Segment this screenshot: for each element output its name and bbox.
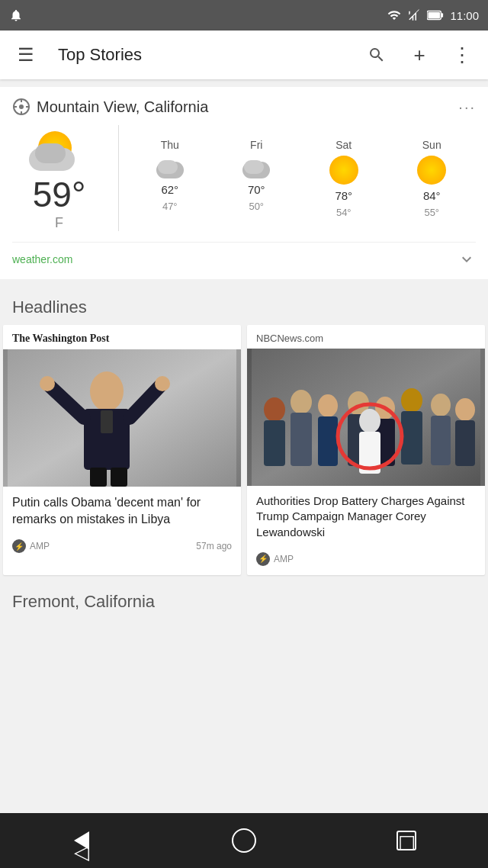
time-display: 11:00 (450, 9, 479, 22)
forecast-thu: Thu 62° 47° (156, 139, 184, 218)
thu-icon (156, 156, 184, 178)
news-image-0 (3, 349, 241, 487)
svg-rect-31 (401, 411, 422, 465)
battery-icon (427, 10, 444, 21)
amp-badge-1: ⚡ AMP (256, 552, 294, 566)
news-time-0: 57m ago (196, 541, 232, 551)
temp-unit: F (55, 215, 63, 231)
svg-rect-2 (429, 12, 441, 18)
news-source-1: NBCNews.com (247, 325, 485, 349)
weather-current: 59° F (12, 125, 119, 231)
svg-rect-33 (431, 416, 451, 465)
svg-rect-17 (90, 468, 107, 487)
weather-body: 59° F Thu 62° 47° Fri (12, 125, 476, 231)
svg-rect-25 (318, 416, 338, 466)
svg-point-34 (455, 398, 475, 421)
news-footer-1: ⚡ AMP (247, 546, 485, 575)
home-button[interactable]: ○ (221, 818, 267, 863)
forecast-fri: Fri 70° 50° (242, 139, 270, 218)
svg-point-36 (359, 409, 380, 433)
headlines-grid: The Washington Post (0, 325, 488, 581)
bottom-nav: ◁ ○ ☐ (0, 813, 488, 868)
nbc-illustration (247, 349, 485, 486)
svg-rect-21 (264, 420, 285, 466)
sun-icon (417, 156, 446, 185)
app-bar-actions: + ⋮ (363, 41, 476, 69)
svg-point-13 (40, 376, 55, 391)
news-footer-0: ⚡ AMP 57m ago (3, 533, 241, 562)
expand-icon[interactable] (458, 250, 476, 268)
search-button[interactable] (363, 41, 390, 69)
fri-icon (242, 156, 270, 178)
location-section: Fremont, California (0, 581, 488, 619)
app-bar: ☰ Top Stories + ⋮ (0, 31, 488, 79)
news-card-0[interactable]: The Washington Post (3, 325, 241, 575)
weather-forecast: Thu 62° 47° Fri 70° 50° (119, 139, 476, 218)
amp-icon-0: ⚡ (12, 539, 26, 553)
svg-rect-35 (455, 420, 475, 466)
current-temp: 59° (33, 174, 86, 215)
forecast-sun: Sun 84° 55° (417, 139, 446, 218)
status-bar-left (9, 8, 23, 22)
add-button[interactable]: + (406, 41, 433, 69)
weather-more-options[interactable]: ··· (458, 98, 476, 116)
svg-point-20 (264, 397, 285, 422)
svg-rect-16 (101, 410, 113, 433)
news-source-0: The Washington Post (3, 325, 241, 349)
svg-rect-23 (291, 413, 312, 466)
putin-illustration (3, 349, 241, 487)
content-wrapper: ☰ Top Stories + ⋮ (0, 31, 488, 680)
svg-point-32 (431, 394, 451, 416)
weather-location-left: Mountain View, California (12, 98, 208, 116)
news-headline-0: Putin calls Obama 'decent man' for remar… (3, 487, 241, 533)
weather-footer: weather.com (12, 242, 476, 268)
weather-card: Mountain View, California ··· 59° F (0, 87, 488, 279)
page-title: Top Stories (58, 45, 363, 65)
wifi-icon (387, 8, 401, 22)
weather-location-row: Mountain View, California ··· (12, 98, 476, 116)
more-options-button[interactable]: ⋮ (448, 41, 476, 69)
no-signal-icon (407, 8, 421, 22)
svg-point-15 (155, 376, 170, 391)
weather-link[interactable]: weather.com (12, 253, 72, 265)
svg-point-10 (90, 371, 124, 411)
location-icon (12, 98, 30, 116)
amp-badge-0: ⚡ AMP (12, 539, 50, 553)
svg-rect-18 (111, 468, 127, 487)
svg-point-30 (401, 388, 422, 413)
current-weather-icon (29, 125, 90, 171)
recents-button[interactable]: ☐ (384, 818, 429, 863)
svg-point-4 (19, 104, 24, 109)
forecast-sat: Sat 78° 54° (329, 139, 358, 218)
back-button[interactable]: ◁ (59, 818, 104, 863)
news-headline-1: Authorities Drop Battery Charges Against… (247, 486, 485, 546)
weather-location: Mountain View, California (37, 98, 208, 116)
svg-point-24 (318, 394, 338, 417)
svg-point-22 (291, 390, 312, 414)
status-bar-right: 11:00 (387, 8, 479, 22)
status-bar: 11:00 (0, 0, 488, 31)
notification-icon (9, 8, 23, 22)
menu-button[interactable]: ☰ (12, 41, 40, 69)
sat-icon (329, 156, 358, 185)
amp-icon-1: ⚡ (256, 552, 270, 566)
search-icon (368, 46, 386, 64)
news-card-1[interactable]: NBCNews.com (247, 325, 485, 575)
news-image-1 (247, 349, 485, 486)
svg-rect-1 (441, 13, 443, 18)
headlines-header: Headlines (0, 287, 488, 325)
